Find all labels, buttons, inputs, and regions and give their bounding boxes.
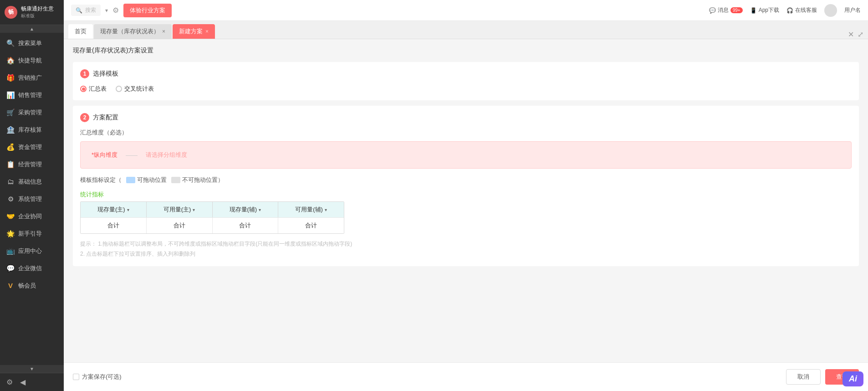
indicator-row: 模板指标设定（ 可拖动位置 不可拖动位置） bbox=[80, 176, 852, 184]
save-option[interactable]: 方案保存(可选) bbox=[73, 373, 122, 381]
stats-col-2[interactable]: 可用量(主) ▾ bbox=[147, 202, 213, 217]
stats-col-1[interactable]: 现存量(主) ▾ bbox=[81, 202, 147, 217]
sidebar-item-management[interactable]: 📋 经营管理 bbox=[0, 156, 64, 173]
app-name: 畅康通好生意 bbox=[21, 5, 54, 13]
tab-inventory-label: 现存量（库存状况表） bbox=[100, 27, 159, 36]
sidebar-item-purchase[interactable]: 🛒 采购管理 bbox=[0, 104, 64, 121]
drag-box-gray bbox=[171, 177, 180, 183]
sidebar-scroll-up[interactable]: ▲ bbox=[0, 25, 64, 33]
step2-badge: 2 bbox=[80, 113, 89, 122]
topbar-right: 💬 消息 99+ 📱 App下载 🎧 在线客服 用户名 bbox=[709, 4, 861, 17]
app-icon: 📱 bbox=[750, 7, 757, 14]
stats-col-3[interactable]: 现存量(辅) ▾ bbox=[213, 202, 279, 217]
main-area: 🔍 搜索 ▾ ⚙ 体验行业方案 💬 消息 99+ 📱 App下载 🎧 在线客服 … bbox=[64, 0, 868, 391]
sidebar-bottom: ⚙ ◀ bbox=[0, 373, 64, 391]
sidebar-scroll-down[interactable]: ▼ bbox=[0, 365, 64, 373]
logo-icon: 畅 bbox=[5, 6, 17, 19]
chevron-down-icon-4: ▾ bbox=[325, 207, 327, 212]
tab-home[interactable]: 首页 bbox=[68, 24, 93, 39]
chevron-down-icon-2: ▾ bbox=[193, 207, 195, 212]
tab-inventory[interactable]: 现存量（库存状况表） × bbox=[94, 24, 172, 39]
radio-summary[interactable]: 汇总表 bbox=[80, 85, 107, 93]
sidebar-item-label-collab: 企业协同 bbox=[18, 212, 42, 221]
app-edition: 标准版 bbox=[21, 13, 54, 19]
sidebar-item-finance[interactable]: 💰 资金管理 bbox=[0, 139, 64, 156]
sidebar-item-weixin[interactable]: 💬 企业微信 bbox=[0, 260, 64, 277]
topbar-username: 用户名 bbox=[844, 6, 861, 14]
trial-btn[interactable]: 体验行业方案 bbox=[123, 4, 172, 17]
ai-badge[interactable]: Ai bbox=[842, 371, 863, 386]
dim-divider: —— bbox=[126, 152, 138, 159]
hint-text-1: 提示： 1.拖动标题栏可以调整布局，不可跨维度或指标区域拖动栏目字段(只能在同一… bbox=[80, 239, 352, 249]
sidebar-item-marketing[interactable]: 🎁 营销推广 bbox=[0, 69, 64, 87]
save-checkbox[interactable] bbox=[73, 374, 79, 380]
cart-icon: 🛒 bbox=[6, 108, 15, 117]
window-expand-btn[interactable]: ⤢ bbox=[858, 30, 863, 39]
stats-col-4[interactable]: 可用量(辅) ▾ bbox=[278, 202, 344, 217]
sidebar-item-inventory[interactable]: 🏦 库存核算 bbox=[0, 121, 64, 139]
logo-text-block: 畅康通好生意 标准版 bbox=[21, 5, 54, 19]
hint-line-2: 2. 点击标题栏下拉可设置排序、插入列和删除列 bbox=[80, 249, 852, 259]
sidebar-item-member[interactable]: V 畅会员 bbox=[0, 277, 64, 294]
topbar-app[interactable]: 📱 App下载 bbox=[750, 6, 779, 14]
topbar-service[interactable]: 🎧 在线客服 bbox=[786, 6, 817, 14]
sidebar-item-search[interactable]: 🔍 搜索菜单 bbox=[0, 35, 64, 52]
mgmt-icon: 📋 bbox=[6, 160, 15, 169]
sidebar-item-system[interactable]: ⚙ 系统管理 bbox=[0, 190, 64, 208]
cancel-button[interactable]: 取消 bbox=[786, 369, 821, 385]
topbar-dropdown[interactable]: ▾ bbox=[105, 7, 108, 14]
sidebar-item-newguide[interactable]: 🌟 新手引导 bbox=[0, 225, 64, 242]
stats-body-row: 合计 合计 合计 合计 bbox=[81, 217, 344, 233]
stats-cell-2: 合计 bbox=[147, 218, 213, 233]
sidebar-item-appcenter[interactable]: 📺 应用中心 bbox=[0, 242, 64, 260]
finance-icon: 💰 bbox=[6, 143, 15, 151]
stats-label: 统计指标 bbox=[80, 190, 852, 199]
window-close-btn[interactable]: ✕ bbox=[848, 30, 854, 39]
msg-icon: 💬 bbox=[709, 7, 716, 14]
step2-title: 方案配置 bbox=[93, 113, 118, 122]
sidebar-nav: 🔍 搜索菜单 🏠 快捷导航 🎁 营销推广 📊 销售管理 🛒 采购管理 🏦 库存核… bbox=[0, 33, 64, 365]
sidebar-item-label-marketing: 营销推广 bbox=[18, 74, 42, 82]
dim-required: *纵向维度 bbox=[92, 151, 117, 159]
save-label: 方案保存(可选) bbox=[82, 373, 122, 381]
tabbar: 首页 现存量（库存状况表） × 新建方案 × ✕ ⤢ bbox=[64, 21, 868, 39]
basicinfo-icon: 🗂 bbox=[6, 178, 15, 186]
topbar-gear-icon[interactable]: ⚙ bbox=[112, 6, 119, 15]
sidebar-item-label-finance: 资金管理 bbox=[18, 143, 42, 151]
sidebar-settings-icon[interactable]: ⚙ bbox=[6, 378, 13, 386]
topbar-msg[interactable]: 💬 消息 99+ bbox=[709, 6, 743, 14]
service-label: 在线客服 bbox=[795, 6, 817, 14]
member-icon: V bbox=[6, 282, 15, 290]
tab-newplan-close[interactable]: × bbox=[205, 28, 209, 35]
topbar: 🔍 搜索 ▾ ⚙ 体验行业方案 💬 消息 99+ 📱 App下载 🎧 在线客服 … bbox=[64, 0, 868, 21]
sidebar-item-label-search: 搜索菜单 bbox=[18, 39, 42, 47]
stats-col-4-label: 可用量(辅) bbox=[295, 206, 323, 214]
sales-icon: 📊 bbox=[6, 91, 15, 99]
sidebar-collapse-icon[interactable]: ◀ bbox=[20, 378, 26, 386]
system-icon: ⚙ bbox=[6, 195, 15, 203]
sidebar-logo: 畅 畅康通好生意 标准版 bbox=[0, 0, 64, 25]
sidebar-item-label-sales: 销售管理 bbox=[18, 91, 42, 99]
draggable-indicator: 可拖动位置 bbox=[126, 176, 167, 184]
sidebar-item-label-member: 畅会员 bbox=[18, 282, 36, 290]
bottom-bar: 方案保存(可选) 取消 查询 bbox=[64, 362, 868, 391]
tab-window-btns: ✕ ⤢ bbox=[848, 30, 863, 39]
radio-crosstab-circle bbox=[116, 86, 122, 92]
stats-cell-3: 合计 bbox=[213, 218, 279, 233]
sidebar-item-collab[interactable]: 🤝 企业协同 bbox=[0, 208, 64, 225]
radio-crosstab[interactable]: 交叉统计表 bbox=[116, 85, 154, 93]
stats-table: 现存量(主) ▾ 可用量(主) ▾ 现存量(辅) ▾ 可用量(辅) ▾ bbox=[80, 201, 344, 234]
topbar-search[interactable]: 🔍 搜索 bbox=[71, 5, 101, 16]
dim-placeholder[interactable]: 请选择分组维度 bbox=[146, 151, 187, 159]
sidebar-item-basicinfo[interactable]: 🗂 基础信息 bbox=[0, 173, 64, 190]
chevron-down-icon-1: ▾ bbox=[127, 207, 129, 212]
sidebar-item-label-weixin: 企业微信 bbox=[18, 264, 42, 273]
stats-col-1-label: 现存量(主) bbox=[97, 206, 125, 214]
draggable-label: 可拖动位置 bbox=[137, 176, 167, 184]
tab-newplan[interactable]: 新建方案 × bbox=[173, 24, 215, 39]
tab-inventory-close[interactable]: × bbox=[162, 28, 165, 35]
sidebar-item-quicknav[interactable]: 🏠 快捷导航 bbox=[0, 52, 64, 69]
weixin-icon: 💬 bbox=[6, 264, 15, 273]
sidebar-item-sales[interactable]: 📊 销售管理 bbox=[0, 87, 64, 104]
guide-icon: 🌟 bbox=[6, 230, 15, 238]
